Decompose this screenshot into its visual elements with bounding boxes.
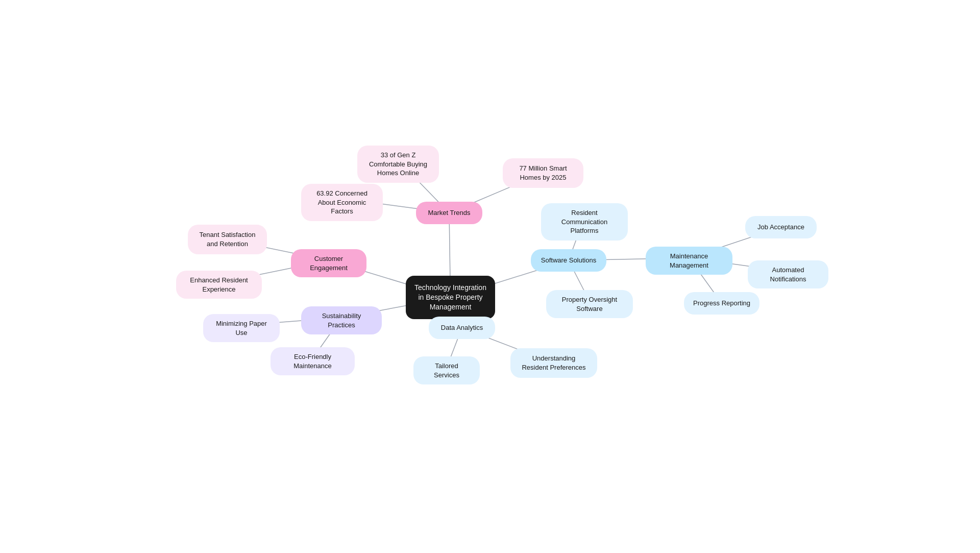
node-progress_reporting: Progress Reporting	[684, 292, 760, 315]
node-sustainability: Sustainability Practices	[301, 306, 382, 334]
node-software_solutions: Software Solutions	[531, 249, 606, 272]
node-property_oversight: Property Oversight Software	[546, 290, 633, 318]
node-data_analytics: Data Analytics	[429, 317, 495, 339]
node-market_trends: Market Trends	[416, 202, 482, 224]
node-resident_comm: Resident Communication Platforms	[541, 203, 628, 241]
node-job_acceptance: Job Acceptance	[745, 216, 817, 238]
node-eco_friendly: Eco-Friendly Maintenance	[271, 347, 355, 375]
mindmap-container: Technology Integration in Bespoke Proper…	[0, 0, 980, 553]
node-automated_notifications: Automated Notifications	[748, 260, 828, 288]
node-smart_homes: 77 Million Smart Homes by 2025	[503, 158, 583, 188]
node-tailored_services: Tailored Services	[413, 356, 480, 384]
node-understanding_resident: Understanding Resident Preferences	[510, 348, 597, 378]
node-customer_engagement: Customer Engagement	[291, 249, 366, 277]
node-economic_factors: 63.92 Concerned About Economic Factors	[301, 184, 383, 221]
node-enhanced_resident: Enhanced Resident Experience	[176, 271, 262, 299]
node-gen_z: 33 of Gen Z Comfortable Buying Homes Onl…	[357, 146, 439, 183]
node-minimizing_paper: Minimizing Paper Use	[203, 314, 280, 342]
node-center: Technology Integration in Bespoke Proper…	[406, 276, 495, 319]
node-tenant_satisfaction: Tenant Satisfaction and Retention	[188, 225, 267, 254]
node-maintenance_mgmt: Maintenance Management	[646, 247, 732, 275]
